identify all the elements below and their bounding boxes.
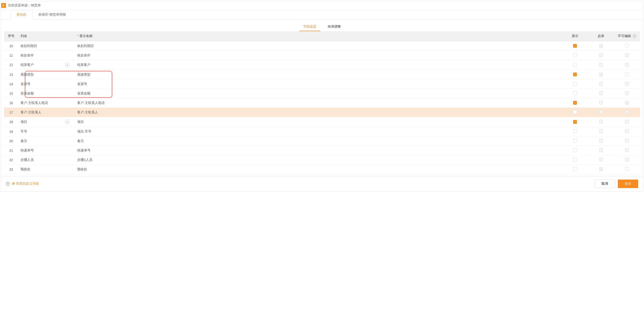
cell-readonly — [614, 51, 640, 60]
cell-display-name[interactable]: 项目.车号 — [75, 127, 562, 136]
cell-required — [588, 146, 614, 155]
checkbox-readonly — [625, 53, 629, 57]
table-row[interactable]: 12 结算客户+ 结算客户 — [4, 60, 640, 70]
cell-required — [588, 80, 614, 89]
checkbox-show[interactable] — [573, 129, 577, 133]
field-name-label: 客户.主联系人 — [20, 110, 41, 114]
cell-display-name[interactable]: 收款到期日 — [75, 41, 562, 51]
table-row[interactable]: 18 项目+ 项目 — [4, 117, 640, 127]
checkbox-show[interactable] — [573, 101, 577, 105]
checkbox-readonly — [625, 148, 629, 152]
checkbox-show[interactable] — [573, 167, 577, 171]
cell-display-name[interactable]: 项目 — [75, 117, 562, 127]
field-name-label: 快递单号 — [20, 148, 34, 152]
table-row[interactable]: 22 步骤人员 步骤1人员 — [4, 155, 640, 165]
checkbox-show[interactable] — [573, 91, 577, 95]
checkbox-readonly[interactable] — [625, 72, 629, 76]
cell-display-name[interactable]: 票据类型 — [75, 70, 562, 80]
cell-show — [562, 136, 588, 146]
cell-display-name[interactable]: 结算客户 — [75, 60, 562, 70]
checkbox-show[interactable] — [573, 139, 577, 142]
cell-display-name[interactable]: 发票号 — [75, 80, 562, 89]
cell-display-name[interactable]: 步骤1人员 — [75, 155, 562, 165]
table-row[interactable]: 20 备注 备注 — [4, 136, 640, 146]
field-name-label: 车号 — [20, 130, 27, 134]
cell-show — [562, 41, 588, 51]
checkbox-show[interactable] — [573, 110, 577, 114]
expand-plus-button[interactable]: + — [65, 120, 70, 124]
cell-seq: 21 — [4, 146, 18, 155]
table-row[interactable]: 17 客户.主联系人 客户.主联系人 — [4, 108, 640, 117]
table-row[interactable]: 11 收款条件 收款条件 — [4, 51, 640, 60]
manage-custom-fields-link[interactable]: 管理自定义字段 — [12, 182, 39, 186]
tab-header-area[interactable]: 表头区 — [11, 10, 32, 19]
checkbox-show[interactable] — [573, 63, 577, 66]
sub-tabs: 字段设置 布局调整 — [1, 19, 643, 31]
checkbox-required — [599, 101, 603, 104]
cell-display-name[interactable]: 发票金额 — [75, 89, 562, 98]
question-icon[interactable]: ? — [6, 182, 10, 186]
checkbox-required — [599, 148, 603, 152]
cell-readonly — [614, 41, 640, 51]
expand-toggle[interactable] — [1, 3, 6, 8]
cell-name: 票据类型 — [18, 70, 75, 80]
table-row[interactable]: 16 客户.主联系人电话 客户.主联系人电话 — [4, 98, 640, 108]
col-header-seq: 序号 — [4, 31, 18, 41]
checkbox-show[interactable] — [573, 120, 577, 124]
cell-seq: 13 — [4, 70, 18, 80]
cell-show — [562, 80, 588, 89]
cell-display-name[interactable]: 备注 — [75, 136, 562, 146]
cell-readonly — [614, 89, 640, 98]
table-wrapper: 序号 列名 *显示名称 显示 必录 不可编辑 ? 10 收款到期日 收款到期日 — [1, 31, 643, 174]
checkbox-show[interactable] — [573, 158, 577, 161]
cell-display-name[interactable]: 收款条件 — [75, 51, 562, 60]
cell-show — [562, 108, 588, 117]
checkbox-required — [599, 110, 603, 114]
cell-required — [588, 155, 614, 165]
checkbox-readonly[interactable] — [625, 167, 629, 171]
col-header-display-name: *显示名称 — [75, 31, 562, 41]
help-icon[interactable]: ? — [633, 35, 636, 38]
cell-name: 发票金额 — [18, 89, 75, 98]
subtab-layout-adjust[interactable]: 布局调整 — [324, 23, 345, 31]
table-row[interactable]: 23 预收款 预收款 — [4, 165, 640, 174]
col-header-show: 显示 — [562, 31, 588, 41]
cell-name: 发票号 — [18, 80, 75, 89]
cell-show — [562, 89, 588, 98]
checkbox-show[interactable] — [573, 53, 577, 57]
table-row[interactable]: 19 车号 项目.车号 — [4, 127, 640, 136]
cell-show — [562, 51, 588, 60]
checkbox-show[interactable] — [573, 44, 577, 48]
cell-name: 项目+ — [18, 117, 75, 127]
cell-display-name[interactable]: 客户.主联系人 — [75, 108, 562, 117]
table-row[interactable]: 13 票据类型 票据类型 — [4, 70, 640, 80]
cell-readonly — [614, 146, 640, 155]
checkbox-show[interactable] — [573, 72, 577, 76]
cell-display-name[interactable]: 快递单号 — [75, 146, 562, 155]
cell-seq: 14 — [4, 80, 18, 89]
cell-show — [562, 155, 588, 165]
tab-body-area[interactable]: 表体区-销货单明细 — [32, 10, 72, 19]
cancel-button[interactable]: 取消 — [595, 180, 615, 188]
checkbox-show[interactable] — [573, 148, 577, 152]
header-bar: 当前设置单据：销货单 — [1, 1, 643, 10]
table-row[interactable]: 21 快递单号 快递单号 — [4, 146, 640, 155]
cell-display-name[interactable]: 客户.主联系人电话 — [75, 98, 562, 108]
checkbox-readonly[interactable] — [625, 44, 629, 48]
subtab-field-settings[interactable]: 字段设置 — [299, 23, 320, 31]
field-name-label: 步骤人员 — [20, 158, 34, 162]
checkbox-required — [599, 139, 603, 142]
cell-seq: 15 — [4, 89, 18, 98]
footer-left: ? 管理自定义字段 — [6, 182, 39, 186]
checkbox-required — [599, 91, 603, 95]
checkbox-show[interactable] — [573, 82, 577, 86]
field-name-label: 收款条件 — [20, 54, 34, 58]
table-row[interactable]: 10 收款到期日 收款到期日 — [4, 41, 640, 51]
cell-display-name[interactable]: 预收款 — [75, 165, 562, 174]
expand-plus-button[interactable]: + — [65, 62, 70, 67]
table-row[interactable]: 15 发票金额 发票金额 — [4, 89, 640, 98]
checkbox-readonly — [625, 101, 629, 105]
table-row[interactable]: 14 发票号 发票号 — [4, 80, 640, 89]
save-button[interactable]: 保存 — [618, 180, 638, 188]
footer-right: 取消 保存 — [595, 180, 638, 188]
